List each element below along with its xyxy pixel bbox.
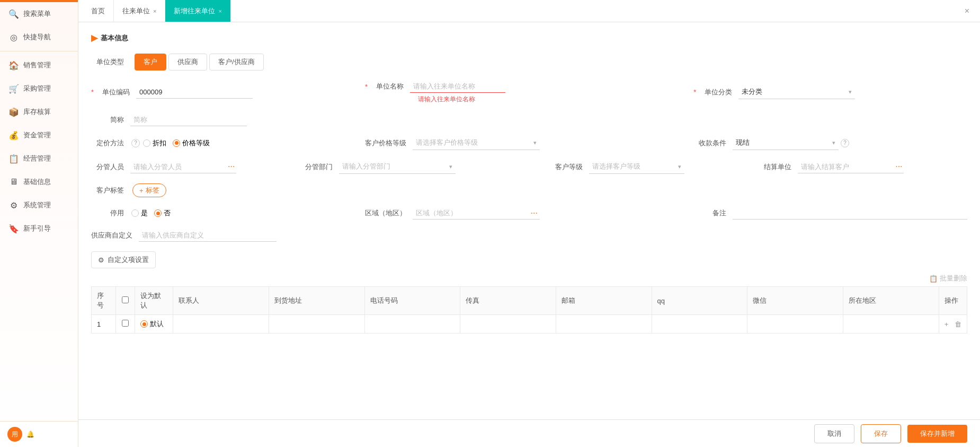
customer-tag-label: 客户标签: [91, 186, 128, 195]
sidebar-item-inventory[interactable]: 📦 库存核算: [0, 100, 78, 124]
row-email: [556, 315, 652, 334]
btn-both[interactable]: 客户/供应商: [209, 54, 264, 71]
tab-new-transaction-close[interactable]: ×: [218, 8, 221, 14]
pricing-radio-discount-circle: [143, 139, 150, 147]
contacts-table-section: 📋 批量删除 序号 设为默认 联系人 到货地址 电话号码 传真 邮箱 qq: [91, 274, 967, 334]
disabled-radio-yes-circle: [131, 209, 139, 217]
row-address-input[interactable]: [274, 320, 359, 328]
pricing-radio-price-level[interactable]: 价格等级: [173, 138, 210, 148]
department-select[interactable]: 请输入分管部门 ▾: [339, 160, 456, 174]
region-input-wrapper: ···: [413, 207, 540, 220]
pricing-radio-discount[interactable]: 折扣: [143, 138, 166, 148]
window-close-button[interactable]: ×: [958, 6, 976, 16]
page-content-area: ▶ 基本信息 单位类型 客户 供应商 客户/供应商 * 单位编码: [78, 22, 980, 419]
sidebar-item-sales[interactable]: 🏠 销售管理: [0, 54, 78, 77]
sidebar-item-basic-info[interactable]: 🖥 基础信息: [0, 170, 78, 194]
row-default-radio[interactable]: 默认: [140, 319, 167, 329]
row-wechat-input[interactable]: [753, 320, 838, 328]
remarks-group: 备注: [693, 207, 967, 220]
section-basic-info-title: 基本信息: [101, 33, 128, 43]
row-phone: [364, 315, 460, 334]
row-delete-button[interactable]: 🗑: [955, 320, 961, 328]
row-email-input[interactable]: [562, 320, 646, 328]
row-checkbox[interactable]: [122, 320, 129, 327]
unit-name-input[interactable]: [410, 80, 505, 93]
sidebar-item-purchase[interactable]: 🛒 采购管理: [0, 77, 78, 100]
sidebar-item-finance[interactable]: 💰 资金管理: [0, 124, 78, 147]
inventory-icon: 📦: [8, 107, 19, 117]
unit-category-select[interactable]: 未分类 ▾: [738, 85, 855, 99]
tab-transactions-label: 往来单位: [122, 6, 150, 16]
supplier-custom-row: 供应商自定义: [91, 229, 967, 242]
sidebar-item-finance-label: 资金管理: [23, 130, 51, 140]
select-all-checkbox[interactable]: [122, 296, 129, 303]
unit-type-group: 单位类型 客户 供应商 客户/供应商: [91, 54, 967, 71]
settlement-input[interactable]: [798, 161, 893, 173]
col-qq: qq: [652, 287, 747, 315]
sidebar-item-guide[interactable]: 🔖 新手引导: [0, 217, 78, 240]
save-button[interactable]: 保存: [861, 424, 901, 443]
table-row: 1 默认: [92, 315, 967, 334]
batch-delete-icon: 📋: [929, 275, 938, 283]
abbr-input[interactable]: [130, 113, 247, 126]
row-contact-input[interactable]: [179, 320, 263, 328]
disabled-radio-no[interactable]: 否: [154, 208, 171, 218]
unit-code-group: * 单位编码: [91, 86, 365, 99]
manager-more-button[interactable]: ···: [226, 162, 237, 171]
contacts-table-head: 序号 设为默认 联系人 到货地址 电话号码 传真 邮箱 qq 微信 所在地区 操…: [92, 287, 967, 315]
customer-level-select[interactable]: 请选择客户等级 ▾: [589, 160, 684, 174]
remarks-input[interactable]: [733, 207, 967, 220]
col-wechat: 微信: [747, 287, 843, 315]
customer-level-group: 客户等级 请选择客户等级 ▾: [550, 160, 759, 174]
payment-select[interactable]: 现结 ▾: [733, 136, 839, 150]
tab-transactions[interactable]: 往来单位 ×: [114, 0, 165, 22]
sidebar: 🔍 搜索菜单 ◎ 快捷导航 🏠 销售管理 🛒 采购管理 📦 库存核算 💰 资金管…: [0, 0, 78, 447]
btn-supplier[interactable]: 供应商: [168, 54, 207, 71]
btn-customer[interactable]: 客户: [135, 54, 166, 71]
custom-settings-button[interactable]: ⚙ 自定义项设置: [91, 251, 156, 268]
unit-type-label: 单位类型: [91, 57, 128, 67]
settlement-label: 结算单位: [759, 162, 796, 172]
disabled-radio-yes[interactable]: 是: [131, 208, 148, 218]
row-region-input[interactable]: [849, 320, 933, 328]
col-address: 到货地址: [269, 287, 364, 315]
abbr-group: 简称: [91, 113, 967, 126]
sidebar-item-system[interactable]: ⚙ 系统管理: [0, 194, 78, 217]
cancel-button[interactable]: 取消: [814, 424, 854, 443]
row-add-button[interactable]: +: [945, 320, 949, 328]
customer-level-dropdown-icon: ▾: [678, 163, 681, 170]
tab-home[interactable]: 首页: [83, 0, 114, 22]
department-group: 分管部门 请输入分管部门 ▾: [300, 160, 550, 174]
user-count: 🔔: [26, 431, 34, 438]
row-fax-input[interactable]: [466, 320, 550, 328]
pricing-help-icon[interactable]: ?: [131, 139, 140, 147]
region-group: 区域（地区） ···: [365, 207, 693, 220]
sidebar-item-search[interactable]: 🔍 搜索菜单: [0, 2, 78, 25]
customer-price-select[interactable]: 请选择客户价格等级 ▾: [413, 136, 540, 150]
disabled-group: 停用 是 否: [91, 208, 365, 218]
col-fax: 传真: [460, 287, 556, 315]
payment-help-icon[interactable]: ?: [841, 139, 849, 147]
row-phone-input[interactable]: [370, 320, 455, 328]
unit-code-input[interactable]: [136, 86, 253, 99]
manager-input[interactable]: [130, 161, 226, 173]
supplier-custom-input[interactable]: [139, 229, 277, 242]
unit-category-dropdown-icon: ▾: [849, 89, 852, 95]
add-tag-button[interactable]: + 标签: [132, 183, 166, 197]
tab-new-transaction[interactable]: 新增往来单位 ×: [165, 0, 230, 22]
disabled-radio-yes-label: 是: [141, 208, 148, 218]
sidebar-item-system-label: 系统管理: [23, 200, 51, 210]
tab-transactions-close[interactable]: ×: [153, 8, 156, 14]
add-tag-icon: +: [139, 187, 144, 195]
save-and-new-button[interactable]: 保存并新增: [907, 425, 967, 443]
sidebar-item-operations[interactable]: 📋 经营管理: [0, 147, 78, 170]
row-qq-input[interactable]: [657, 320, 742, 328]
batch-delete-button[interactable]: 📋 批量删除: [929, 274, 967, 283]
settlement-more-button[interactable]: ···: [893, 162, 904, 171]
region-input[interactable]: [413, 207, 529, 219]
sidebar-item-quick-nav[interactable]: ◎ 快捷导航: [0, 25, 78, 49]
manager-label: 分管人员: [91, 162, 128, 172]
region-more-button[interactable]: ···: [529, 208, 540, 218]
col-index: 序号: [92, 287, 116, 315]
finance-icon: 💰: [8, 130, 19, 141]
